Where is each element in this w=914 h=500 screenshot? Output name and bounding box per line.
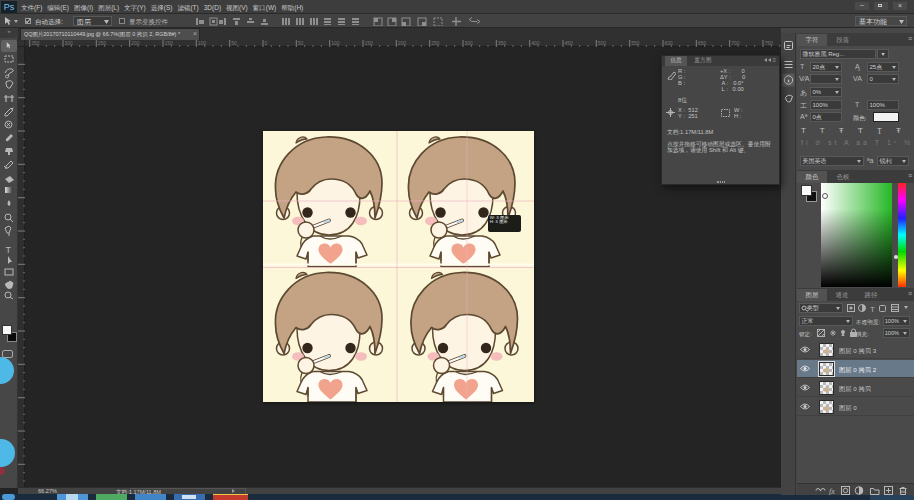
svg-text:50: 50: [298, 40, 304, 46]
svg-text:0: 0: [265, 40, 268, 46]
svg-text:T: T: [6, 245, 12, 255]
svg-text:50: 50: [231, 40, 237, 46]
svg-text:fx: fx: [829, 487, 835, 496]
svg-text:T: T: [870, 305, 875, 314]
